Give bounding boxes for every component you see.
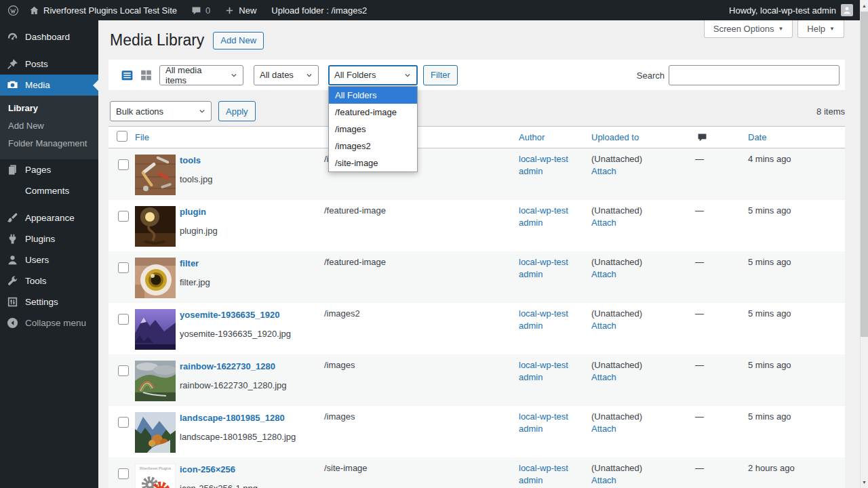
media-thumbnail[interactable]: [135, 309, 176, 350]
upload-folder-text: Upload folder : /images2: [271, 5, 367, 16]
column-header-file[interactable]: File: [135, 127, 324, 148]
media-toolbar: All media items All dates All Folders Fi…: [108, 60, 845, 90]
upload-date: 2 hours ago: [748, 458, 845, 488]
row-checkbox[interactable]: [118, 211, 129, 222]
attach-link[interactable]: Attach: [591, 423, 616, 435]
scrollbar-thumb[interactable]: [861, 12, 868, 337]
sidebar-item-dashboard[interactable]: Dashboard: [0, 26, 98, 47]
list-view-icon[interactable]: [120, 68, 134, 82]
comments-value: —: [695, 200, 748, 251]
row-checkbox[interactable]: [118, 159, 129, 170]
attach-link[interactable]: Attach: [591, 474, 616, 487]
column-header-uploaded-to[interactable]: Uploaded to: [591, 127, 695, 148]
column-header-author[interactable]: Author: [519, 127, 591, 148]
wordpress-logo-menu[interactable]: [3, 0, 24, 20]
sidebar-item-tools[interactable]: Tools: [0, 270, 98, 291]
items-count: 8 items: [816, 106, 845, 117]
vertical-scrollbar[interactable]: [860, 0, 868, 488]
submenu-item-add-new[interactable]: Add New: [0, 117, 98, 135]
attach-link[interactable]: Attach: [591, 165, 616, 178]
attach-link[interactable]: Attach: [591, 371, 616, 384]
media-thumbnail[interactable]: [135, 464, 176, 488]
sidebar-item-users[interactable]: Users: [0, 249, 98, 270]
row-checkbox[interactable]: [118, 468, 129, 479]
folder-option--images2[interactable]: /images2: [329, 138, 417, 155]
chevron-down-icon: [197, 106, 207, 116]
users-icon: [6, 253, 19, 266]
site-name-link[interactable]: Riverforest Plugins Local Test Site: [24, 0, 182, 20]
posts-icon: [6, 58, 19, 70]
author-link[interactable]: local-wp-test admin: [519, 463, 568, 485]
date-filter-select[interactable]: All dates: [254, 65, 319, 85]
new-content-menu[interactable]: New: [219, 0, 261, 20]
submenu-item-folder-management[interactable]: Folder Management: [0, 135, 98, 152]
author-link[interactable]: local-wp-test admin: [519, 205, 568, 228]
column-header-comments[interactable]: [695, 127, 748, 148]
attach-link[interactable]: Attach: [591, 320, 616, 332]
attachment-status: (Unattached): [591, 462, 690, 474]
row-checkbox[interactable]: [118, 365, 129, 376]
row-checkbox[interactable]: [118, 262, 129, 273]
media-title-link[interactable]: tools: [180, 155, 201, 167]
media-title-link[interactable]: yosemite-1936635_1920: [180, 309, 279, 321]
screen-options-button[interactable]: Screen Options: [704, 20, 793, 38]
comments-value: —: [695, 303, 748, 354]
author-link[interactable]: local-wp-test admin: [519, 154, 568, 176]
bulk-actions-select[interactable]: Bulk actions: [110, 101, 212, 121]
media-title-link[interactable]: plugin: [180, 206, 206, 218]
folder-option--site-image[interactable]: /site-image: [329, 155, 417, 171]
media-title-link[interactable]: filter: [180, 258, 199, 270]
attach-link[interactable]: Attach: [591, 268, 616, 281]
sidebar-item-comments[interactable]: Comments: [0, 180, 98, 201]
folder-path: /images: [324, 406, 519, 458]
account-menu[interactable]: Howdy, local-wp-test admin: [729, 4, 860, 16]
sidebar-item-pages[interactable]: Pages: [0, 159, 98, 180]
attachment-status: (Unattached): [591, 205, 690, 217]
sidebar-item-collapse-menu[interactable]: Collapse menu: [0, 312, 98, 333]
row-checkbox[interactable]: [118, 417, 129, 428]
sidebar-item-posts[interactable]: Posts: [0, 54, 98, 75]
sidebar-item-appearance[interactable]: Appearance: [0, 207, 98, 228]
media-thumbnail[interactable]: [135, 412, 176, 453]
submenu-item-library[interactable]: Library: [0, 100, 98, 117]
comment-bubble-icon: [191, 5, 202, 16]
folder-option--images[interactable]: /images: [329, 121, 417, 138]
author-link[interactable]: local-wp-test admin: [519, 257, 568, 279]
new-label: New: [239, 5, 256, 16]
folder-option-all-folders[interactable]: All Folders: [329, 87, 417, 104]
scroll-up-arrow[interactable]: [861, 0, 868, 12]
search-input[interactable]: [669, 65, 840, 85]
add-new-button[interactable]: Add New: [213, 32, 264, 49]
folder-filter-select[interactable]: All Folders: [328, 65, 418, 85]
media-thumbnail[interactable]: [135, 361, 176, 401]
media-title-link[interactable]: rainbow-1622730_1280: [180, 361, 275, 373]
author-link[interactable]: local-wp-test admin: [519, 308, 568, 331]
attach-link[interactable]: Attach: [591, 217, 616, 229]
filter-button[interactable]: Filter: [423, 65, 458, 85]
media-thumbnail[interactable]: [135, 155, 176, 195]
upload-folder-indicator[interactable]: Upload folder : /images2: [267, 0, 372, 20]
author-link[interactable]: local-wp-test admin: [519, 411, 568, 434]
media-title-link[interactable]: landscape-1801985_1280: [180, 412, 285, 424]
sidebar-item-settings[interactable]: Settings: [0, 291, 98, 312]
help-button[interactable]: Help: [797, 20, 844, 38]
sidebar-item-media[interactable]: Media: [0, 75, 98, 96]
column-header-date[interactable]: Date: [748, 127, 845, 148]
tools-icon: [6, 274, 19, 287]
title-bar: Media Library Add New: [110, 31, 264, 49]
apply-button[interactable]: Apply: [218, 101, 256, 121]
sidebar-item-plugins[interactable]: Plugins: [0, 228, 98, 249]
author-link[interactable]: local-wp-test admin: [519, 360, 568, 382]
media-icon: [6, 79, 19, 92]
media-thumbnail[interactable]: [135, 258, 176, 298]
media-type-filter-select[interactable]: All media items: [159, 65, 243, 85]
folder-option--featured-image[interactable]: /featured-image: [329, 104, 417, 121]
media-filename: tools.jpg: [180, 174, 212, 186]
media-title-link[interactable]: icon-256×256: [180, 464, 235, 476]
media-thumbnail[interactable]: [135, 206, 176, 247]
row-checkbox[interactable]: [118, 314, 129, 325]
select-all-checkbox[interactable]: [117, 131, 127, 142]
scroll-down-arrow[interactable]: [861, 476, 868, 488]
grid-view-icon[interactable]: [139, 68, 153, 82]
comments-admin-link[interactable]: 0: [186, 0, 215, 20]
